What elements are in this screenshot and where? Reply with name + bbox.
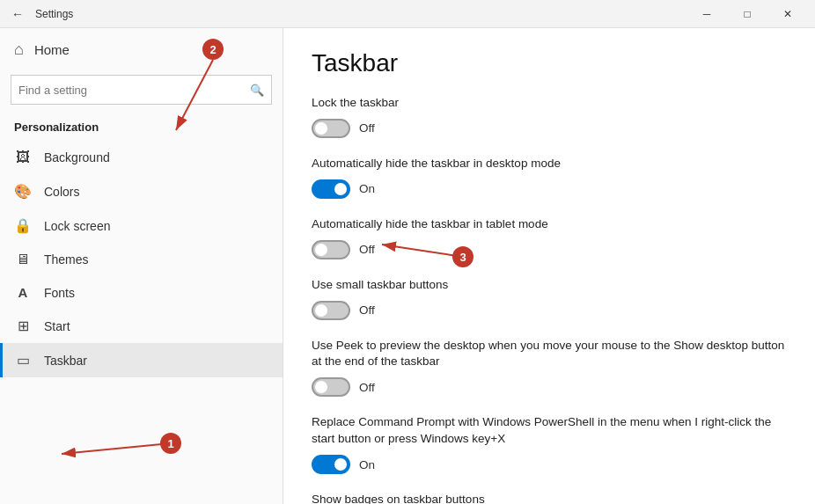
toggle-peek[interactable] <box>312 377 350 397</box>
toggle-small-buttons[interactable] <box>312 301 350 320</box>
setting-auto-hide-tablet: Automatically hide the taskbar in tablet… <box>312 216 787 259</box>
toggle-label-auto-hide-tablet: Off <box>359 243 375 256</box>
setting-small-buttons: Use small taskbar buttons Off <box>312 277 787 320</box>
toggle-lock-taskbar[interactable] <box>312 119 350 138</box>
toggle-auto-hide-desktop[interactable] <box>312 179 350 199</box>
home-label: Home <box>34 42 70 57</box>
sidebar-item-label-fonts: Fonts <box>44 286 75 300</box>
toggle-row-replace-cmd: On <box>312 455 787 474</box>
app-window: ← Settings ─ □ ✕ ⌂ Home 🔍 Personalizatio… <box>0 0 815 504</box>
setting-label-small-buttons: Use small taskbar buttons <box>312 277 787 294</box>
window-controls: ─ □ ✕ <box>687 0 808 28</box>
toggle-label-lock-taskbar: Off <box>359 121 375 135</box>
setting-label-replace-cmd: Replace Command Prompt with Windows Powe… <box>312 414 787 448</box>
setting-lock-taskbar: Lock the taskbar Off <box>312 95 787 138</box>
themes-icon: 🖥 <box>14 252 32 267</box>
restore-button[interactable]: □ <box>727 0 767 28</box>
sidebar-search-box[interactable]: 🔍 <box>11 75 272 105</box>
setting-label-auto-hide-desktop: Automatically hide the taskbar in deskto… <box>312 156 787 172</box>
sidebar-item-lock-screen[interactable]: 🔒 Lock screen <box>0 208 283 243</box>
toggle-label-peek: Off <box>359 381 375 394</box>
toggle-row-auto-hide-desktop: On <box>312 179 787 199</box>
content-area: Taskbar Lock the taskbar Off Automatical… <box>283 28 815 504</box>
title-bar: ← Settings ─ □ ✕ <box>0 0 815 28</box>
setting-label-peek: Use Peek to preview the desktop when you… <box>312 338 787 371</box>
back-button[interactable]: ← <box>7 4 28 25</box>
sidebar-item-label-lock-screen: Lock screen <box>44 219 110 233</box>
background-icon: 🖼 <box>14 150 32 165</box>
search-icon: 🔍 <box>250 84 264 97</box>
setting-show-badges: Show badges on taskbar buttons On <box>312 492 787 504</box>
app-body: ⌂ Home 🔍 Personalization 🖼 Background 🎨 … <box>0 28 815 504</box>
setting-label-lock-taskbar: Lock the taskbar <box>312 95 787 112</box>
sidebar-item-start[interactable]: ⊞ Start <box>0 309 283 343</box>
sidebar-item-taskbar[interactable]: ▭ Taskbar <box>0 343 283 377</box>
toggle-row-small-buttons: Off <box>312 301 787 320</box>
sidebar-item-label-background: Background <box>44 150 110 164</box>
setting-replace-cmd: Replace Command Prompt with Windows Powe… <box>312 414 787 474</box>
toggle-row-lock-taskbar: Off <box>312 119 787 138</box>
toggle-label-replace-cmd: On <box>359 458 375 471</box>
sidebar-section-title: Personalization <box>0 115 283 141</box>
sidebar-item-colors[interactable]: 🎨 Colors <box>0 174 283 208</box>
toggle-label-small-buttons: Off <box>359 303 375 317</box>
sidebar-item-fonts[interactable]: A Fonts <box>0 276 283 309</box>
sidebar: ⌂ Home 🔍 Personalization 🖼 Background 🎨 … <box>0 28 283 504</box>
home-icon: ⌂ <box>14 40 24 59</box>
toggle-label-auto-hide-desktop: On <box>359 182 375 195</box>
setting-peek: Use Peek to preview the desktop when you… <box>312 338 787 398</box>
sidebar-home[interactable]: ⌂ Home <box>0 28 283 71</box>
fonts-icon: A <box>14 285 32 300</box>
sidebar-item-label-colors: Colors <box>44 185 79 199</box>
minimize-button[interactable]: ─ <box>687 0 727 28</box>
search-input[interactable] <box>18 84 250 97</box>
app-title: Settings <box>35 8 73 20</box>
sidebar-item-themes[interactable]: 🖥 Themes <box>0 243 283 276</box>
page-title: Taskbar <box>312 49 787 77</box>
toggle-row-peek: Off <box>312 377 787 397</box>
start-icon: ⊞ <box>14 318 32 334</box>
toggle-auto-hide-tablet[interactable] <box>312 240 350 259</box>
colors-icon: 🎨 <box>14 183 32 200</box>
setting-label-show-badges: Show badges on taskbar buttons <box>312 492 787 504</box>
taskbar-icon: ▭ <box>14 352 32 369</box>
sidebar-item-label-themes: Themes <box>44 252 89 267</box>
sidebar-item-label-start: Start <box>44 319 70 333</box>
sidebar-item-background[interactable]: 🖼 Background <box>0 141 283 174</box>
setting-label-auto-hide-tablet: Automatically hide the taskbar in tablet… <box>312 216 787 233</box>
lock-screen-icon: 🔒 <box>14 217 32 234</box>
toggle-row-auto-hide-tablet: Off <box>312 240 787 259</box>
sidebar-item-label-taskbar: Taskbar <box>44 354 87 368</box>
setting-auto-hide-desktop: Automatically hide the taskbar in deskto… <box>312 156 787 199</box>
toggle-replace-cmd[interactable] <box>312 455 350 474</box>
close-button[interactable]: ✕ <box>767 0 808 28</box>
